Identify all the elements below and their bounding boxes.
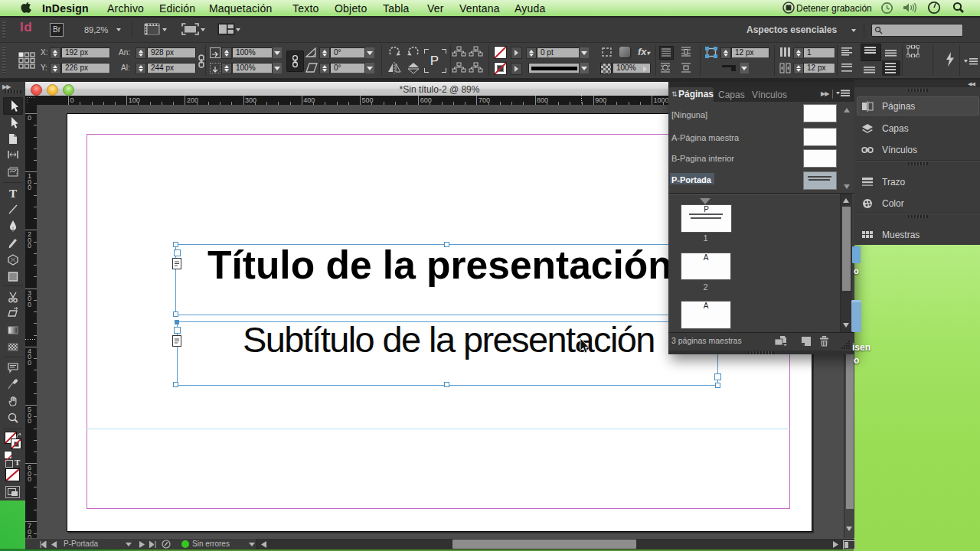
svg-text:T: T bbox=[9, 187, 17, 200]
